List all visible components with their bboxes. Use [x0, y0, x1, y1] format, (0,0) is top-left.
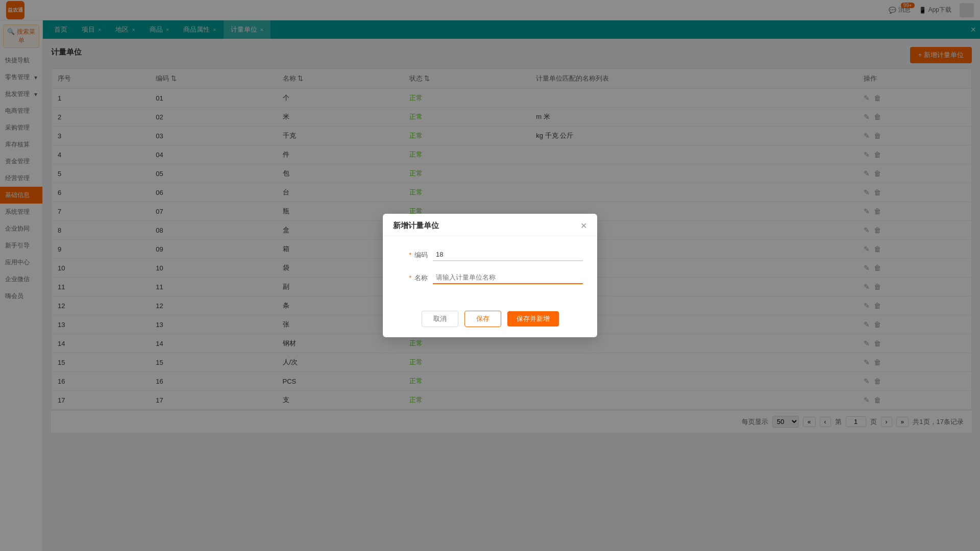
name-input[interactable]: [433, 271, 583, 284]
save-btn[interactable]: 保存: [464, 311, 501, 327]
modal-overlay[interactable]: 新增计量单位 ✕ * 编码 * 名称 取消 保存 保存并新增: [0, 0, 980, 551]
modal-footer: 取消 保存 保存并新增: [383, 305, 597, 337]
required-mark: *: [409, 251, 411, 259]
modal-close-btn[interactable]: ✕: [580, 221, 587, 231]
modal-title: 新增计量单位: [393, 221, 439, 231]
save-and-new-btn[interactable]: 保存并新增: [507, 311, 559, 327]
modal-body: * 编码 * 名称: [383, 236, 597, 305]
code-label: * 编码: [397, 251, 428, 260]
required-mark-2: *: [409, 274, 411, 282]
modal-header: 新增计量单位 ✕: [383, 214, 597, 236]
form-item-name: * 名称: [397, 271, 583, 284]
add-unit-modal: 新增计量单位 ✕ * 编码 * 名称 取消 保存 保存并新增: [383, 214, 597, 337]
form-item-code: * 编码: [397, 248, 583, 261]
code-input[interactable]: [433, 248, 583, 261]
cancel-btn[interactable]: 取消: [422, 311, 458, 327]
name-label: * 名称: [397, 273, 428, 283]
